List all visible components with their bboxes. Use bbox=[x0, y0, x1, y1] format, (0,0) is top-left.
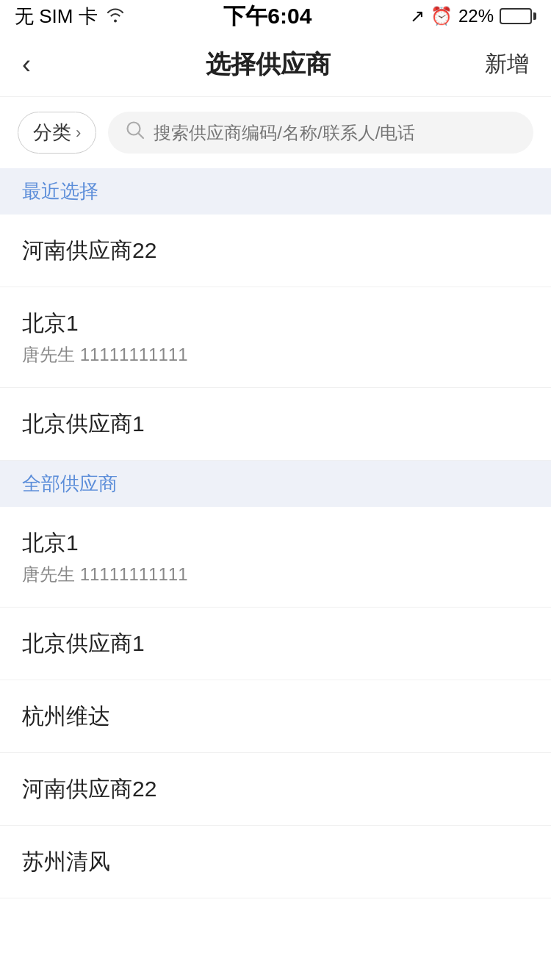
search-icon bbox=[126, 120, 145, 145]
item-name: 苏州清风 bbox=[22, 846, 529, 877]
recent-section-label: 最近选择 bbox=[22, 180, 98, 202]
item-name: 河南供应商22 bbox=[22, 235, 529, 266]
item-sub: 唐先生 11111111111 bbox=[22, 563, 529, 586]
list-item[interactable]: 苏州清风 bbox=[0, 826, 551, 898]
list-item[interactable]: 杭州维达 bbox=[0, 680, 551, 753]
item-name: 北京供应商1 bbox=[22, 628, 529, 659]
item-sub: 唐先生 11111111111 bbox=[22, 343, 529, 367]
list-item[interactable]: 北京1唐先生 11111111111 bbox=[0, 507, 551, 608]
battery-percent: 22% bbox=[458, 6, 494, 26]
list-item[interactable]: 北京供应商1 bbox=[0, 608, 551, 680]
all-section-label: 全部供应商 bbox=[22, 472, 118, 494]
category-label: 分类 bbox=[33, 120, 71, 145]
status-left: 无 SIM 卡 bbox=[15, 4, 126, 29]
wifi-icon bbox=[105, 5, 126, 28]
item-name: 杭州维达 bbox=[22, 701, 529, 732]
search-box[interactable] bbox=[108, 112, 533, 154]
status-bar: 无 SIM 卡 下午6:04 ↗ ⏰ 22% bbox=[0, 0, 551, 32]
location-icon: ↗ bbox=[410, 6, 425, 26]
recent-list: 河南供应商22北京1唐先生 11111111111北京供应商1 bbox=[0, 215, 551, 461]
status-right: ↗ ⏰ 22% bbox=[410, 6, 536, 26]
chevron-down-icon: › bbox=[76, 123, 81, 143]
add-button[interactable]: 新增 bbox=[470, 49, 529, 79]
item-name: 北京供应商1 bbox=[22, 408, 529, 439]
search-input[interactable] bbox=[154, 123, 516, 143]
list-item[interactable]: 河南供应商22 bbox=[0, 753, 551, 826]
category-filter[interactable]: 分类 › bbox=[18, 112, 96, 154]
nav-bar: ‹ 选择供应商 新增 bbox=[0, 32, 551, 97]
status-time: 下午6:04 bbox=[223, 1, 311, 32]
list-item[interactable]: 河南供应商22 bbox=[0, 215, 551, 287]
filter-bar: 分类 › bbox=[0, 97, 551, 168]
item-name: 北京1 bbox=[22, 308, 529, 339]
all-suppliers-list: 北京1唐先生 11111111111北京供应商1杭州维达河南供应商22苏州清风 bbox=[0, 507, 551, 898]
svg-line-1 bbox=[139, 134, 144, 139]
battery-icon bbox=[500, 8, 536, 24]
all-section-header: 全部供应商 bbox=[0, 461, 551, 507]
sim-status: 无 SIM 卡 bbox=[15, 4, 98, 29]
list-item[interactable]: 北京供应商1 bbox=[0, 388, 551, 461]
recent-section-header: 最近选择 bbox=[0, 168, 551, 215]
page-title: 选择供应商 bbox=[206, 48, 331, 82]
back-button[interactable]: ‹ bbox=[22, 49, 66, 80]
list-item[interactable]: 北京1唐先生 11111111111 bbox=[0, 287, 551, 388]
item-name: 河南供应商22 bbox=[22, 774, 529, 804]
alarm-icon: ⏰ bbox=[431, 6, 453, 26]
item-name: 北京1 bbox=[22, 527, 529, 558]
